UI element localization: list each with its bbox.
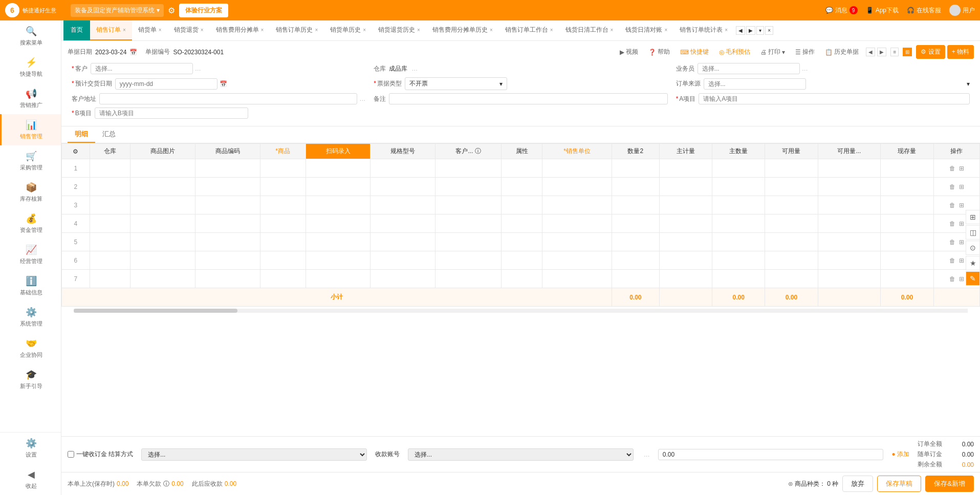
invoice-type-select[interactable]: 不开票 ▾ [405,77,507,90]
one-click-deposit-check[interactable] [68,451,74,458]
table-cell[interactable] [371,214,435,233]
save-draft-btn[interactable]: 保存草稿 [877,476,921,492]
table-cell[interactable] [712,214,765,233]
table-cell[interactable] [612,251,659,270]
sidebar-item-9[interactable]: ⚙️系统管理 [0,302,61,333]
b-project-input[interactable] [95,107,248,119]
table-cell[interactable] [542,178,612,196]
table-cell[interactable] [765,251,818,270]
table-cell[interactable] [659,270,712,288]
tab-close-fee-split[interactable]: × [261,27,264,33]
table-cell[interactable] [612,178,659,196]
float-btn-2[interactable]: ◫ [966,225,980,240]
table-cell[interactable] [195,270,260,288]
tab-close-workbench[interactable]: × [550,27,553,33]
salesperson-input[interactable] [698,63,800,74]
sidebar-item-2[interactable]: 📢营销推广 [0,83,61,114]
table-cell[interactable] [542,214,612,233]
add-item-btn[interactable]: + 物料 [947,45,974,59]
copy-icon[interactable]: ⊞ [959,239,964,246]
horizontal-scrollbar[interactable] [61,307,980,315]
table-cell[interactable] [612,233,659,251]
customer-address-input[interactable] [99,93,357,104]
tab-close-statistics[interactable]: × [725,27,728,33]
table-cell[interactable] [435,270,501,288]
col-gear[interactable]: ⚙ [62,144,90,159]
col-product-image[interactable]: 商品图片 [130,144,195,159]
table-cell[interactable] [90,251,130,270]
table-cell[interactable] [195,233,260,251]
settings-side-btn[interactable]: ⚙ 设置 [916,45,945,59]
tab-close-order-history[interactable]: × [315,27,318,33]
table-cell[interactable] [881,178,933,196]
table-cell[interactable] [371,178,435,196]
account-more[interactable]: … [644,451,650,458]
operations-action[interactable]: ☰ 操作 [792,47,818,57]
tab-fee-history[interactable]: 销售费用分摊单历史 × [426,20,499,40]
table-cell[interactable] [260,251,306,270]
remark-input[interactable] [389,93,667,104]
table-cell[interactable] [612,159,659,178]
sidebar-item-6[interactable]: 💰资金管理 [0,208,61,239]
sidebar-item-11[interactable]: 🎓新手引导 [0,364,61,395]
table-cell[interactable] [765,233,818,251]
tab-close-reconcile[interactable]: × [664,27,667,33]
table-cell[interactable] [260,178,306,196]
sidebar-item-5[interactable]: 📦库存核算 [0,177,61,208]
settlement-select[interactable]: 选择... [141,448,367,461]
col-scan[interactable]: 扫码录入 [306,144,371,159]
table-cell[interactable] [130,214,195,233]
table-cell[interactable] [371,196,435,214]
table-cell[interactable] [435,196,501,214]
table-cell[interactable] [435,214,501,233]
online-service-btn[interactable]: 🎧 在线客服 [907,6,941,15]
deposit-amount-input[interactable] [658,449,884,460]
sidebar-item-0[interactable]: 🔍搜索菜单 [0,20,61,52]
col-available[interactable]: 可用量 [765,144,818,159]
warehouse-more[interactable]: … [411,65,418,72]
save-new-btn[interactable]: 保存&新增 [925,476,974,492]
table-cell[interactable] [542,233,612,251]
float-btn-1[interactable]: ⊞ [966,210,980,224]
table-cell[interactable] [371,251,435,270]
table-cell[interactable] [371,159,435,178]
tab-close-return-history[interactable]: × [417,27,420,33]
table-cell[interactable] [659,233,712,251]
tab-order-history[interactable]: 销售订单历史 × [270,20,324,40]
col-sales-unit[interactable]: *销售单位 [542,144,612,159]
table-cell[interactable] [612,196,659,214]
tab-fee-split[interactable]: 销售费用分摊单 × [210,20,270,40]
sidebar-item-settings[interactable]: ⚙️ 设置 [0,433,61,464]
table-cell[interactable] [542,159,612,178]
order-source-arrow[interactable]: ▾ [967,80,970,88]
table-cell[interactable] [260,159,306,178]
table-cell[interactable] [90,178,130,196]
sidebar-item-7[interactable]: 📈经营管理 [0,239,61,270]
table-cell[interactable] [306,251,371,270]
delete-icon[interactable]: 🗑 [949,183,955,190]
table-cell[interactable] [260,196,306,214]
tab-home[interactable]: 首页 [63,20,90,40]
table-cell[interactable] [818,178,881,196]
table-cell[interactable] [130,159,195,178]
tab-next-arrow[interactable]: ▶ [746,26,755,35]
table-cell[interactable] [90,159,130,178]
print-dropdown[interactable]: ▾ [782,49,785,56]
table-cell[interactable] [765,159,818,178]
delete-icon[interactable]: 🗑 [949,220,955,227]
table-cell[interactable] [818,233,881,251]
table-cell[interactable] [542,251,612,270]
delete-icon[interactable]: 🗑 [949,275,955,283]
tab-sales-order[interactable]: 销售订单 × [90,20,132,40]
app-selector[interactable]: 装备及固定资产辅助管理系统 ▾ [71,4,164,17]
salesperson-more[interactable]: … [802,65,808,72]
table-cell[interactable] [659,251,712,270]
sidebar-item-1[interactable]: ⚡快捷导航 [0,52,61,83]
shortcut-action[interactable]: ⌨ 快捷键 [677,47,712,57]
calendar-icon[interactable]: 📅 [129,49,137,56]
table-cell[interactable] [659,214,712,233]
copy-icon[interactable]: ⊞ [959,202,964,209]
table-cell[interactable] [542,196,612,214]
a-project-input[interactable] [699,93,970,104]
table-cell[interactable] [130,196,195,214]
